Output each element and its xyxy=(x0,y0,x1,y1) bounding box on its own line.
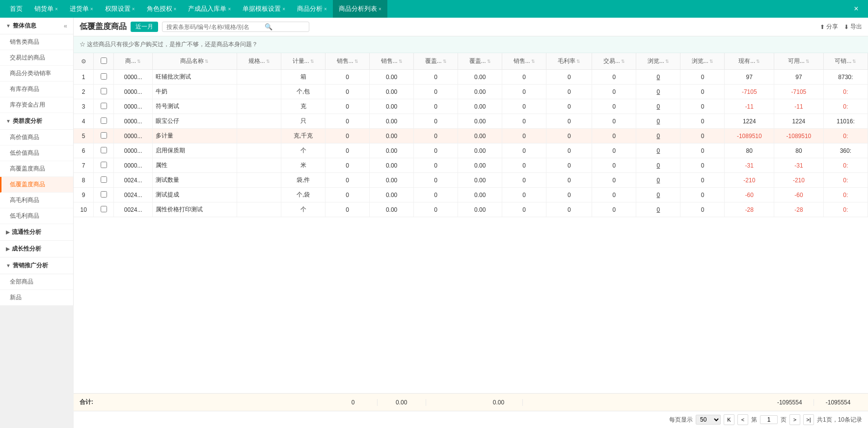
time-filter-button[interactable]: 近一月 xyxy=(131,22,158,32)
col-spec[interactable]: 规格...⇅ xyxy=(237,53,281,70)
nav-role-auth[interactable]: 角色授权 × xyxy=(141,0,183,18)
col-sales-amt[interactable]: 销售...⇅ xyxy=(370,53,414,70)
row-checkbox[interactable] xyxy=(101,73,107,80)
nav-close-purchase[interactable]: × xyxy=(90,6,93,12)
search-icon[interactable]: 🔍 xyxy=(265,23,272,30)
export-button[interactable]: ⬇ 导出 xyxy=(844,23,862,31)
col-sellable[interactable]: 可销...⇅ xyxy=(823,53,868,70)
browse-link[interactable]: 0 xyxy=(657,118,660,125)
nav-product-analysis[interactable]: 商品分析 × xyxy=(291,0,333,18)
nav-close-template[interactable]: × xyxy=(282,6,285,12)
settings-icon[interactable]: ⚙ xyxy=(81,58,86,65)
nav-home[interactable]: 首页 xyxy=(4,0,28,18)
row-checkbox[interactable] xyxy=(101,206,107,212)
sidebar-item-new-goods[interactable]: 新品 xyxy=(0,290,73,306)
row-checkbox[interactable] xyxy=(101,117,107,124)
cell-browse1[interactable]: 0 xyxy=(636,188,680,202)
sidebar-item-capital[interactable]: 库存资金占用 xyxy=(0,97,73,113)
col-gross-rate[interactable]: 毛利率⇅ xyxy=(546,53,592,70)
nav-close-finished-goods[interactable]: × xyxy=(228,6,231,12)
cell-checkbox[interactable] xyxy=(94,202,114,217)
col-available[interactable]: 可用...⇅ xyxy=(774,53,824,70)
row-checkbox[interactable] xyxy=(101,162,107,168)
cell-checkbox[interactable] xyxy=(94,173,114,188)
col-sales-qty[interactable]: 销售...⇅ xyxy=(326,53,370,70)
cell-browse1[interactable]: 0 xyxy=(636,114,680,129)
browse-link[interactable]: 0 xyxy=(657,192,660,199)
cell-checkbox[interactable] xyxy=(94,114,114,129)
nav-close-permissions[interactable]: × xyxy=(132,6,135,12)
select-all-checkbox[interactable] xyxy=(101,57,107,64)
sidebar-collapse[interactable]: « xyxy=(64,22,67,29)
sidebar-item-high-value[interactable]: 高价值商品 xyxy=(0,130,73,145)
sidebar-item-high-margin[interactable]: 高毛利商品 xyxy=(0,193,73,208)
nav-close-role-auth[interactable]: × xyxy=(174,6,177,12)
nav-template-settings[interactable]: 单据模板设置 × xyxy=(237,0,291,18)
sidebar-item-sales-goods[interactable]: 销售类商品 xyxy=(0,34,73,50)
nav-sales-order[interactable]: 销货单 × xyxy=(28,0,64,18)
col-sales3[interactable]: 销售...⇅ xyxy=(502,53,546,70)
sidebar-item-stocked-goods[interactable]: 有库存商品 xyxy=(0,82,73,97)
cell-browse1[interactable]: 0 xyxy=(636,129,680,143)
col-current[interactable]: 现有...⇅ xyxy=(725,53,774,70)
cell-checkbox[interactable] xyxy=(94,129,114,143)
first-page-button[interactable]: K xyxy=(724,414,734,425)
search-input[interactable] xyxy=(166,24,265,30)
browse-link[interactable]: 0 xyxy=(657,162,660,169)
col-trade[interactable]: 交易...⇅ xyxy=(592,53,636,70)
browse-link[interactable]: 0 xyxy=(657,103,660,110)
cell-checkbox[interactable] xyxy=(94,85,114,99)
browse-link[interactable]: 0 xyxy=(657,206,660,213)
sidebar-item-category-rate[interactable]: 商品分类动销率 xyxy=(0,66,73,82)
cell-browse1[interactable]: 0 xyxy=(636,85,680,99)
cell-browse1[interactable]: 0 xyxy=(636,70,680,85)
sidebar-group-cluster[interactable]: ▼ 类群度分析 xyxy=(0,113,73,130)
browse-link[interactable]: 0 xyxy=(657,74,660,81)
cell-browse1[interactable]: 0 xyxy=(636,202,680,217)
sidebar-group-overall[interactable]: ▼ 整体信息 « xyxy=(0,18,73,34)
share-button[interactable]: ⬆ 分享 xyxy=(820,23,838,31)
row-checkbox[interactable] xyxy=(101,103,107,109)
row-checkbox[interactable] xyxy=(101,191,107,198)
current-page-input[interactable] xyxy=(760,415,778,424)
cell-checkbox[interactable] xyxy=(94,188,114,202)
nav-product-analysis-list[interactable]: 商品分析列表 × xyxy=(333,0,387,18)
col-cover2[interactable]: 覆盖...⇅ xyxy=(458,53,502,70)
sidebar-item-traded-goods[interactable]: 交易过的商品 xyxy=(0,50,73,66)
cell-browse1[interactable]: 0 xyxy=(636,143,680,158)
cell-checkbox[interactable] xyxy=(94,158,114,173)
last-page-button[interactable]: >| xyxy=(803,414,814,425)
table-wrapper[interactable]: ⚙ 商...⇅ 商品名称⇅ 规格...⇅ 计量...⇅ 销售...⇅ 销售...… xyxy=(74,53,868,393)
row-checkbox[interactable] xyxy=(101,147,107,153)
cell-checkbox[interactable] xyxy=(94,143,114,158)
col-name[interactable]: 商品名称⇅ xyxy=(152,53,237,70)
cell-browse1[interactable]: 0 xyxy=(636,158,680,173)
sidebar-item-all-goods[interactable]: 全部商品 xyxy=(0,274,73,290)
col-cover1[interactable]: 覆盖...⇅ xyxy=(414,53,458,70)
col-browse2[interactable]: 浏览...⇅ xyxy=(680,53,725,70)
browse-link[interactable]: 0 xyxy=(657,133,660,140)
nav-close-sales-order[interactable]: × xyxy=(55,6,58,12)
sidebar-item-low-coverage[interactable]: 低覆盖度商品 xyxy=(0,177,73,193)
col-code[interactable]: 商...⇅ xyxy=(114,53,152,70)
sidebar-group-circulation[interactable]: ▶ 流通性分析 xyxy=(0,224,73,241)
browse-link[interactable]: 0 xyxy=(657,147,660,154)
next-page-button[interactable]: > xyxy=(789,414,800,425)
row-checkbox[interactable] xyxy=(101,132,107,139)
nav-close-analysis-list[interactable]: × xyxy=(379,6,381,12)
cell-checkbox[interactable] xyxy=(94,99,114,114)
nav-permissions[interactable]: 权限设置 × xyxy=(99,0,141,18)
nav-finished-goods[interactable]: 产成品入库单 × xyxy=(182,0,237,18)
sidebar-item-low-margin[interactable]: 低毛利商品 xyxy=(0,208,73,224)
cell-browse1[interactable]: 0 xyxy=(636,173,680,188)
nav-close-product-analysis[interactable]: × xyxy=(324,6,327,12)
row-checkbox[interactable] xyxy=(101,88,107,94)
browse-link[interactable]: 0 xyxy=(657,88,660,95)
browse-link[interactable]: 0 xyxy=(657,177,660,184)
col-checkbox[interactable] xyxy=(94,53,114,70)
col-browse1[interactable]: 浏览...⇅ xyxy=(636,53,680,70)
col-settings[interactable]: ⚙ xyxy=(74,53,94,70)
sidebar-group-growth[interactable]: ▶ 成长性分析 xyxy=(0,241,73,257)
prev-page-button[interactable]: < xyxy=(737,414,748,425)
cell-browse1[interactable]: 0 xyxy=(636,99,680,114)
